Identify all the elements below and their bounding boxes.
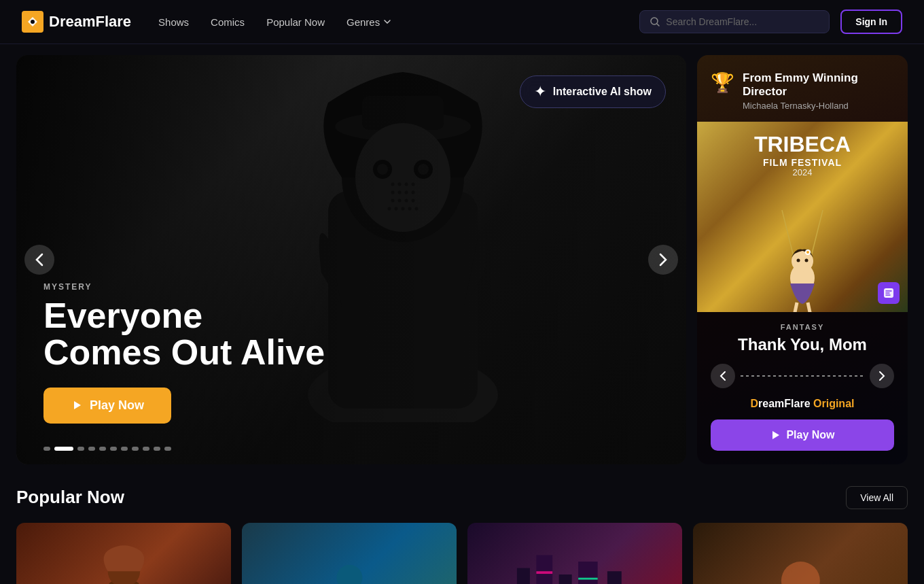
view-all-button[interactable]: View All <box>846 486 908 509</box>
tribeca-year: 2024 <box>754 168 851 177</box>
navbar-right: Sign In <box>639 10 902 34</box>
svg-point-58 <box>781 562 819 584</box>
hero-play-button[interactable]: Play Now <box>43 388 171 424</box>
dot-9[interactable] <box>143 447 149 451</box>
emmy-title: From Emmy Winning Director <box>743 71 894 99</box>
sign-in-button[interactable]: Sign In <box>840 10 902 34</box>
card-4-artwork <box>715 536 887 584</box>
dreamflare-original: DreamFlare DreamFlare Original Original <box>711 398 894 410</box>
right-play-icon <box>770 430 781 441</box>
dot-10[interactable] <box>154 447 160 451</box>
chevron-left-icon <box>35 253 43 267</box>
card-1-bg <box>16 523 231 584</box>
svg-line-39 <box>794 303 797 312</box>
popular-section: Popular Now View All <box>0 464 924 584</box>
nav-shows[interactable]: Shows <box>158 16 189 28</box>
hero-right: 🏆 From Emmy Winning Director Michaela Te… <box>697 55 908 464</box>
dot-3[interactable] <box>77 447 84 451</box>
right-bottom: FANTASY Thank You, Mom DreamFlare DreamF… <box>697 312 908 464</box>
search-bar[interactable] <box>639 10 830 33</box>
doll-svg <box>762 210 843 312</box>
emmy-subtitle: Michaela Ternasky-Holland <box>743 101 894 111</box>
search-icon <box>650 16 660 27</box>
right-top: 🏆 From Emmy Winning Director Michaela Te… <box>697 55 908 122</box>
svg-rect-53 <box>607 571 621 584</box>
right-chevron-right-icon <box>878 371 885 381</box>
nav-popular-now[interactable]: Popular Now <box>266 16 325 28</box>
comics-icon <box>883 287 895 299</box>
ai-badge-text: Interactive AI show <box>553 86 652 98</box>
poster-background: TRIBECA FILM FESTIVAL 2024 <box>697 122 908 312</box>
nav-comics[interactable]: Comics <box>211 16 245 28</box>
dot-2[interactable] <box>54 447 73 451</box>
right-nav-container <box>711 364 894 388</box>
card-3-artwork: Alice <box>489 536 661 584</box>
right-play-button[interactable]: Play Now <box>711 419 894 451</box>
comics-badge <box>878 282 900 304</box>
svg-rect-49 <box>516 568 529 584</box>
navbar-left: DreamFlare Shows Comics Popular Now Genr… <box>22 11 392 33</box>
tribeca-sub: FILM FESTIVAL <box>754 158 851 168</box>
card-2-bg <box>242 523 457 584</box>
svg-rect-50 <box>536 555 552 584</box>
dot-6[interactable] <box>110 447 117 451</box>
svg-rect-52 <box>578 562 598 584</box>
card-3-bg: Alice <box>467 523 682 584</box>
ai-badge: ✦ Interactive AI show <box>520 75 666 108</box>
dot-5[interactable] <box>99 447 106 451</box>
emmy-text-block: From Emmy Winning Director Michaela Tern… <box>743 71 894 111</box>
svg-rect-55 <box>536 571 552 574</box>
tribeca-poster: TRIBECA FILM FESTIVAL 2024 <box>697 122 908 312</box>
popular-title: Popular Now <box>16 487 124 508</box>
right-genre: FANTASY <box>711 323 894 331</box>
emmy-icon: 🏆 <box>711 71 734 94</box>
df-logo-d: D <box>751 398 759 409</box>
dot-8[interactable] <box>132 447 139 451</box>
popular-card-3[interactable]: Alice <box>467 523 682 584</box>
svg-point-47 <box>336 565 362 584</box>
right-dot-line <box>741 375 864 377</box>
carousel-prev-button[interactable] <box>24 245 54 275</box>
right-next-button[interactable] <box>870 364 894 388</box>
hero-content: MYSTERY Everyone Comes Out Alive Play No… <box>43 282 325 424</box>
right-prev-button[interactable] <box>711 364 735 388</box>
card-1-artwork <box>38 536 210 584</box>
logo-icon <box>22 11 43 33</box>
svg-point-38 <box>805 258 808 262</box>
from-emmy: 🏆 From Emmy Winning Director Michaela Te… <box>711 71 894 111</box>
hero-genre: MYSTERY <box>43 282 325 292</box>
right-title: Thank You, Mom <box>711 335 894 354</box>
tribeca-text: TRIBECA FILM FESTIVAL 2024 <box>754 133 851 178</box>
svg-point-37 <box>797 258 800 262</box>
card-2-artwork <box>264 536 436 584</box>
logo-text: DreamFlare <box>49 13 131 31</box>
carousel-dots <box>43 447 171 451</box>
search-input[interactable] <box>666 16 819 27</box>
svg-line-40 <box>808 303 811 312</box>
dot-11[interactable] <box>164 447 171 451</box>
hero-section: ✦ Interactive AI show MYSTERY Everyone C… <box>0 44 924 464</box>
popular-card-2[interactable] <box>242 523 457 584</box>
svg-point-36 <box>806 251 809 254</box>
popular-header: Popular Now View All <box>16 486 908 509</box>
df-logo-text: DreamFlare DreamFlare Original Original <box>751 398 855 409</box>
logo[interactable]: DreamFlare <box>22 11 131 33</box>
svg-rect-56 <box>578 578 598 580</box>
svg-rect-51 <box>558 574 571 584</box>
right-chevron-left-icon <box>719 371 726 381</box>
popular-card-1[interactable] <box>16 523 231 584</box>
tribeca-main: TRIBECA <box>754 133 851 156</box>
dot-1[interactable] <box>43 447 50 451</box>
cards-row: Alice <box>16 523 908 584</box>
hero-title: Everyone Comes Out Alive <box>43 297 325 371</box>
play-icon <box>71 399 83 411</box>
nav-links: Shows Comics Popular Now Genres <box>158 16 392 28</box>
carousel-next-button[interactable] <box>648 245 678 275</box>
dot-7[interactable] <box>121 447 128 451</box>
dot-4[interactable] <box>88 447 95 451</box>
sparkle-icon: ✦ <box>534 83 546 101</box>
nav-genres[interactable]: Genres <box>346 16 392 28</box>
chevron-right-icon <box>659 253 667 267</box>
hero-left: ✦ Interactive AI show MYSTERY Everyone C… <box>16 55 686 464</box>
popular-card-4[interactable] <box>693 523 908 584</box>
